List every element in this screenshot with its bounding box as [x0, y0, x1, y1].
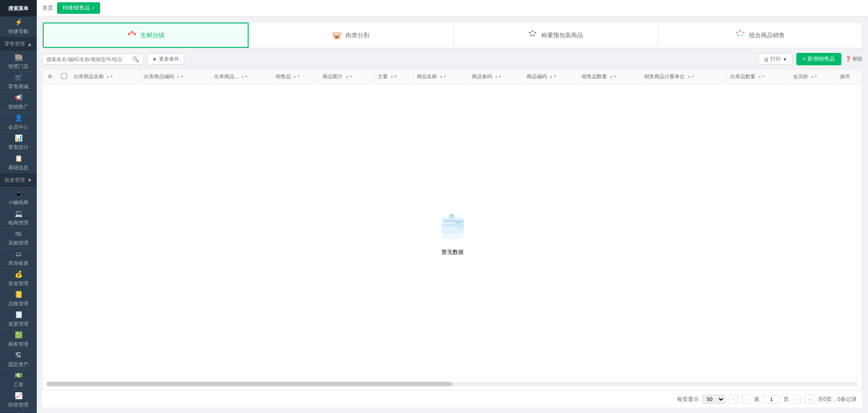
- col-sale-item[interactable]: 销售品 ▲▼: [272, 69, 320, 84]
- meat-cutting-icon: 🐷: [332, 30, 342, 40]
- col-outbound-qty[interactable]: 出库品数量 ▲▼: [727, 69, 790, 84]
- retail-mall-icon: 🛒: [15, 73, 23, 82]
- sort-sale-item[interactable]: ▲▼: [293, 75, 301, 79]
- scrollbar-thumb[interactable]: [46, 382, 453, 386]
- sort-outbound-qty[interactable]: ▲▼: [758, 75, 765, 79]
- tab-meat-cutting-label: 肉类分割: [346, 31, 369, 40]
- quick-nav-icon: ⚡: [15, 18, 23, 27]
- home-breadcrumb[interactable]: 首页: [42, 4, 53, 12]
- next-page-btn[interactable]: ›: [793, 395, 801, 404]
- sort-main-weight[interactable]: ▲▼: [390, 75, 397, 79]
- select-all-checkbox[interactable]: [61, 73, 67, 79]
- sort-sale-unit[interactable]: ▲▼: [687, 75, 694, 79]
- help-button[interactable]: ❓ 帮助: [845, 56, 862, 63]
- col-outbound-name[interactable]: 出库商品名称 ▲▼: [70, 69, 141, 84]
- weight-prepack-icon: [528, 29, 538, 41]
- sidebar-item-retail-stats[interactable]: 📊 零售统计: [0, 132, 37, 153]
- sort-sale-qty[interactable]: ▲▼: [609, 75, 617, 79]
- smart-store-icon: 🏬: [15, 53, 23, 62]
- print-icon: 🖨: [764, 57, 769, 62]
- sidebar-item-ecom-mgmt[interactable]: 💻 电商管理: [0, 208, 37, 228]
- col-outbound-spec[interactable]: 出库商品... ▲▼: [211, 69, 272, 84]
- col-main-weight[interactable]: 主量 ▲▼: [374, 69, 414, 84]
- col-barcode[interactable]: 商品条码 ▲▼: [469, 69, 524, 84]
- last-page-btn[interactable]: »: [805, 395, 814, 404]
- search-icon[interactable]: 🔍: [132, 56, 139, 63]
- finance-mgmt-icon: 💰: [15, 270, 23, 279]
- active-tab[interactable]: 特殊销售品 ×: [57, 2, 100, 14]
- tab-fresh-grading[interactable]: 生鲜分级: [43, 23, 249, 48]
- sidebar-item-smart-store[interactable]: 🏬 智慧门店: [0, 52, 37, 72]
- sidebar-item-basic-info[interactable]: 📋 基础信息: [0, 153, 37, 173]
- sidebar-item-member-center[interactable]: 👤 会员中心: [0, 112, 37, 132]
- sidebar-item-mini-ecom[interactable]: 📱 小畅电商: [0, 188, 37, 208]
- sidebar-item-finance-mgmt[interactable]: 💰 资金管理: [0, 269, 37, 289]
- col-checkbox[interactable]: [57, 69, 70, 84]
- invoice-mgmt-icon: 🧾: [15, 310, 23, 320]
- close-tab-icon[interactable]: ×: [92, 6, 95, 11]
- sidebar-item-tax-mgmt[interactable]: 💹 税务管理: [0, 329, 37, 350]
- sidebar-item-retail-mgmt[interactable]: 零售管理 ▲: [0, 37, 37, 52]
- total-label: 共0页，0条记录: [818, 396, 857, 403]
- svg-point-1: [130, 31, 133, 34]
- sidebar-item-retail-mall[interactable]: 🛒 零售商城: [0, 72, 37, 92]
- col-settings[interactable]: ⚙: [43, 69, 57, 84]
- col-outbound-code[interactable]: 出库商品编码 ▲▼: [141, 69, 211, 84]
- page-input[interactable]: [763, 395, 780, 403]
- sidebar-item-invoice-mgmt[interactable]: 🧾 发票管理: [0, 309, 37, 329]
- sort-outbound-spec[interactable]: ▲▼: [241, 75, 248, 79]
- first-page-btn[interactable]: «: [729, 395, 738, 404]
- sort-product-name[interactable]: ▲▼: [439, 75, 447, 79]
- main-content: 首页 特殊销售品 × 生鲜分级 🐷 肉类分割: [37, 0, 868, 413]
- ecom-mgmt-icon: 💻: [15, 209, 23, 218]
- empty-state-text: 暂无数据: [442, 248, 464, 256]
- sort-member-price[interactable]: ▲▼: [811, 75, 818, 79]
- col-member-price[interactable]: 会员价 ▲▼: [790, 69, 837, 84]
- sort-outbound-code[interactable]: ▲▼: [176, 75, 184, 79]
- sidebar-item-basic-info2[interactable]: 📋 基础信息: [0, 410, 37, 413]
- col-product-name[interactable]: 商品名称 ▲▼: [414, 69, 469, 84]
- svg-point-18: [449, 213, 454, 219]
- filter-icon: ▼: [152, 57, 157, 62]
- sort-product-code[interactable]: ▲▼: [549, 75, 556, 79]
- basic-info-icon: 📋: [15, 154, 23, 163]
- add-sale-item-button[interactable]: + 新增销售品: [796, 53, 841, 65]
- sidebar-item-stock-settle[interactable]: 🗂 库存核算: [0, 248, 37, 269]
- data-table-container: ⚙ 出库商品名称 ▲▼ 出库商品编码 ▲▼ 出库: [42, 69, 862, 390]
- col-product-code[interactable]: 商品编码 ▲▼: [524, 69, 579, 84]
- salary-icon: 💵: [15, 371, 23, 380]
- mini-ecom-icon: 📱: [15, 189, 23, 198]
- tab-combo-sales-label: 组合商品销售: [749, 31, 785, 40]
- sidebar-item-wholesale-mgmt[interactable]: 批发管理 ▼: [0, 173, 37, 188]
- sidebar-item-purchase-mgmt[interactable]: 🛍 采购管理: [0, 228, 37, 248]
- filter-button[interactable]: ▼ 更多条件: [147, 53, 184, 65]
- tab-weight-prepack[interactable]: 称重预包装商品: [454, 23, 658, 48]
- search-input[interactable]: [46, 57, 132, 62]
- mode-tabs: 生鲜分级 🐷 肉类分割 称重预包装商品: [42, 22, 862, 48]
- sort-product-image[interactable]: ▲▼: [345, 75, 352, 79]
- sidebar-item-gl-mgmt[interactable]: 📒 总账管理: [0, 289, 37, 309]
- sidebar-item-quick-nav[interactable]: ⚡ 快捷导航: [0, 17, 37, 37]
- sort-barcode[interactable]: ▲▼: [494, 75, 502, 79]
- toolbar: 🔍 ▼ 更多条件 🖨 打印 ▼ + 新增销售品 ❓ 帮助: [42, 53, 862, 65]
- svg-point-10: [743, 32, 744, 34]
- sidebar-item-salary[interactable]: 💵 工资: [0, 370, 37, 390]
- prev-page-btn[interactable]: ‹: [742, 395, 750, 404]
- tab-combo-sales[interactable]: 组合商品销售: [658, 23, 862, 48]
- tab-meat-cutting[interactable]: 🐷 肉类分割: [249, 23, 453, 48]
- search-box[interactable]: 🔍: [42, 54, 143, 65]
- horizontal-scrollbar[interactable]: [46, 382, 858, 386]
- sidebar-item-sales-promo[interactable]: 📢 营销推广: [0, 92, 37, 112]
- ops-mgmt-icon: 📈: [15, 391, 23, 401]
- print-button[interactable]: 🖨 打印 ▼: [759, 53, 793, 65]
- per-page-select[interactable]: 50 10 20 100: [703, 395, 725, 404]
- sidebar-item-ops-mgmt[interactable]: 📈 经营管理: [0, 390, 37, 410]
- sort-outbound-name[interactable]: ▲▼: [106, 75, 113, 79]
- expand-icon: ▲: [27, 41, 32, 47]
- svg-point-4: [532, 30, 533, 32]
- fixed-assets-icon: 🏗: [15, 351, 22, 360]
- col-product-image[interactable]: 商品图片 ▲▼: [320, 69, 375, 84]
- col-sale-qty[interactable]: 销售品数量 ▲▼: [579, 69, 641, 84]
- col-sale-unit[interactable]: 销售商品计量单位 ▲▼: [641, 69, 727, 84]
- sidebar-item-fixed-assets[interactable]: 🏗 固定资产: [0, 350, 37, 370]
